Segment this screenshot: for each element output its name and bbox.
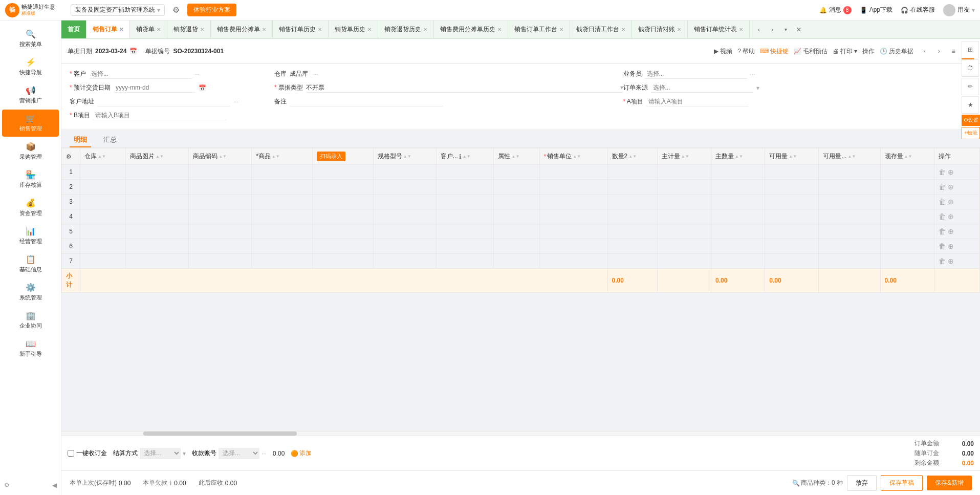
cell-main-qty[interactable]	[711, 224, 765, 239]
right-panel-add-btn[interactable]: +物流	[962, 127, 980, 139]
invoice-select[interactable]: 不开票 ▾	[306, 83, 623, 93]
cell-avail2[interactable]	[819, 209, 880, 224]
cell-img[interactable]	[126, 239, 189, 254]
close-icon[interactable]: ✕	[559, 27, 563, 32]
cell-spec[interactable]	[373, 165, 436, 180]
cell-scan[interactable]	[312, 165, 373, 180]
sidebar-item-basic[interactable]: 📋 基础信息	[2, 250, 59, 277]
cell-attr[interactable]	[494, 209, 539, 224]
cell-spec[interactable]	[373, 254, 436, 269]
cell-stock[interactable]	[880, 254, 934, 269]
cell-spec[interactable]	[373, 180, 436, 195]
cell-spec[interactable]	[373, 239, 436, 254]
cell-unit[interactable]	[539, 195, 607, 209]
add-btn[interactable]: 🟠 添加	[291, 449, 312, 458]
cell-sku[interactable]	[189, 209, 252, 224]
b-project-input[interactable]	[93, 111, 226, 120]
tab-summary[interactable]: 汇总	[99, 133, 121, 147]
calendar-icon[interactable]: 📅	[199, 84, 206, 92]
cell-customer[interactable]	[436, 195, 494, 209]
profit-btn[interactable]: 📈 毛利预估	[794, 47, 827, 56]
info-icon[interactable]: ℹ	[459, 153, 462, 160]
cell-stock[interactable]	[880, 165, 934, 180]
right-panel-star-btn[interactable]: ★	[962, 96, 979, 114]
tab-sales-invoice[interactable]: 销货单 ✕	[130, 20, 167, 38]
cell-warehouse[interactable]	[80, 165, 126, 180]
cell-qty2[interactable]	[607, 224, 657, 239]
close-icon[interactable]: ✕	[677, 27, 681, 32]
cell-main-qty[interactable]	[711, 180, 765, 195]
tab-sales-order[interactable]: 销售订单 ✕	[86, 20, 130, 38]
cell-avail[interactable]	[765, 224, 819, 239]
th-warehouse[interactable]: 仓库▲▼	[80, 148, 126, 165]
expand-icon[interactable]: ···	[262, 450, 267, 457]
cell-avail2[interactable]	[819, 195, 880, 209]
tab-sales-return[interactable]: 销货退货 ✕	[167, 20, 211, 38]
cell-main-unit[interactable]	[657, 180, 711, 195]
close-icon[interactable]: ✕	[739, 27, 743, 32]
cell-stock[interactable]	[880, 224, 934, 239]
cell-product[interactable]	[252, 195, 313, 209]
cell-main-qty[interactable]	[711, 254, 765, 269]
cell-warehouse[interactable]	[80, 195, 126, 209]
cell-spec[interactable]	[373, 195, 436, 209]
cell-product[interactable]	[252, 165, 313, 180]
right-panel-setting-btn[interactable]: ⚙设置	[962, 115, 980, 126]
info-icon[interactable]: ℹ	[169, 480, 172, 487]
cell-unit[interactable]	[539, 165, 607, 180]
cell-qty2[interactable]	[607, 209, 657, 224]
cell-sku[interactable]	[189, 224, 252, 239]
th-sku[interactable]: 商品编码▲▼	[189, 148, 252, 165]
address-input[interactable]	[97, 97, 230, 106]
online-service[interactable]: 🎧 在线客服	[901, 6, 935, 14]
cell-qty2[interactable]	[607, 165, 657, 180]
close-icon[interactable]: ✕	[157, 27, 161, 32]
right-panel-expand-btn[interactable]: ⊞	[962, 41, 979, 58]
sidebar-item-purchase[interactable]: 📦 采购管理	[2, 138, 59, 165]
close-icon[interactable]: ✕	[621, 27, 625, 32]
copy-btn[interactable]: ⊕	[948, 227, 954, 235]
sidebar-collapse-icon[interactable]: ◀	[52, 482, 57, 489]
tab-cash-workbench[interactable]: 钱货日清工作台 ✕	[570, 20, 632, 38]
right-panel-edit-btn[interactable]: ✏	[962, 78, 979, 95]
cell-img[interactable]	[126, 195, 189, 209]
delete-btn[interactable]: 🗑	[939, 257, 946, 265]
address-expand-icon[interactable]: ···	[233, 98, 238, 105]
cell-spec[interactable]	[373, 209, 436, 224]
copy-btn[interactable]: ⊕	[948, 257, 954, 265]
cell-product[interactable]	[252, 224, 313, 239]
cell-stock[interactable]	[880, 195, 934, 209]
cell-main-unit[interactable]	[657, 165, 711, 180]
prev-record-btn[interactable]: ‹	[919, 42, 931, 60]
cell-unit[interactable]	[539, 239, 607, 254]
cell-scan[interactable]	[312, 239, 373, 254]
cell-warehouse[interactable]	[80, 254, 126, 269]
cell-avail[interactable]	[765, 209, 819, 224]
cell-attr[interactable]	[494, 195, 539, 209]
cell-attr[interactable]	[494, 165, 539, 180]
view-btn[interactable]: ▶ 视频	[714, 47, 732, 56]
tab-detail[interactable]: 明细	[70, 133, 91, 147]
cell-main-qty[interactable]	[711, 165, 765, 180]
scroll-bar[interactable]	[143, 432, 297, 436]
sidebar-item-enterprise[interactable]: 🏢 企业协同	[2, 307, 59, 334]
cell-main-unit[interactable]	[657, 254, 711, 269]
delivery-input[interactable]	[114, 83, 195, 93]
sidebar-item-finance[interactable]: 💰 资金管理	[2, 194, 59, 221]
cell-avail[interactable]	[765, 165, 819, 180]
delete-btn[interactable]: 🗑	[939, 168, 946, 176]
th-product[interactable]: *商品▲▼	[252, 148, 313, 165]
copy-btn[interactable]: ⊕	[948, 183, 954, 191]
staff-input[interactable]	[645, 69, 747, 79]
cell-warehouse[interactable]	[80, 180, 126, 195]
payment-method-select[interactable]: 选择...	[140, 448, 181, 459]
cell-sku[interactable]	[189, 195, 252, 209]
cell-customer[interactable]	[436, 254, 494, 269]
tab-prev-btn[interactable]: ‹	[753, 20, 765, 39]
delete-btn[interactable]: 🗑	[939, 183, 946, 191]
sidebar-item-system[interactable]: ⚙️ 系统管理	[2, 278, 59, 306]
sidebar-item-quick[interactable]: ⚡ 快捷导航	[2, 53, 59, 80]
tab-order-history[interactable]: 销售订单历史 ✕	[273, 20, 329, 38]
cell-avail2[interactable]	[819, 180, 880, 195]
cell-attr[interactable]	[494, 239, 539, 254]
